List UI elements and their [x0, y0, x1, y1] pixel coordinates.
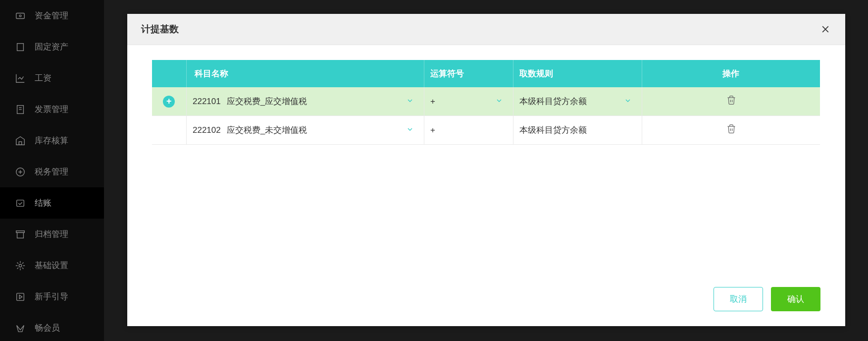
sidebar-item-guide[interactable]: 新手引导	[0, 281, 104, 312]
sidebar-item-assets[interactable]: 固定资产	[0, 31, 104, 62]
sidebar-label: 库存核算	[35, 135, 68, 146]
svg-rect-14	[17, 293, 24, 300]
settings-icon	[15, 260, 26, 271]
sidebar-label: 基础设置	[35, 260, 68, 271]
svg-marker-15	[19, 295, 22, 298]
operator-cell[interactable]: +	[424, 116, 513, 145]
sidebar-label: 发票管理	[35, 104, 68, 115]
invoice-icon	[15, 104, 26, 115]
guide-icon	[15, 291, 26, 302]
delete-icon[interactable]	[726, 126, 736, 136]
checkout-icon	[15, 198, 26, 209]
rule-text: 本级科目贷方余额	[519, 124, 587, 136]
add-cell	[152, 116, 187, 145]
col-rule: 取数规则	[513, 60, 642, 87]
svg-rect-2	[17, 43, 24, 51]
col-action: 操作	[642, 60, 820, 87]
sidebar-item-money[interactable]: 资金管理	[0, 0, 104, 31]
action-cell	[642, 116, 820, 145]
subject-text: 222102应交税费_未交增值税	[193, 124, 307, 136]
chevron-down-icon[interactable]	[624, 97, 632, 106]
building-icon	[15, 42, 26, 53]
modal-overlay: 计提基数 科目名称 运算符号 取数规则 操作 +222101应交税费_应交	[104, 0, 868, 341]
cancel-button[interactable]: 取消	[714, 287, 763, 311]
operator-text: +	[430, 125, 435, 135]
chevron-down-icon[interactable]	[495, 97, 503, 106]
chart-icon	[15, 73, 26, 84]
svg-point-1	[19, 15, 21, 17]
sidebar-item-settings[interactable]: 基础设置	[0, 250, 104, 281]
table-row: +222101应交税费_应交增值税+本级科目贷方余额	[152, 87, 820, 116]
sidebar-label: 资金管理	[35, 10, 68, 21]
sidebar-label: 归档管理	[35, 228, 68, 240]
svg-rect-12	[17, 232, 24, 238]
warehouse-icon	[15, 135, 26, 146]
sidebar-label: 税务管理	[35, 166, 68, 177]
table-row: 222102应交税费_未交增值税+本级科目贷方余额	[152, 116, 820, 145]
sidebar-item-archive[interactable]: 归档管理	[0, 219, 104, 250]
data-table: 科目名称 运算符号 取数规则 操作 +222101应交税费_应交增值税+本级科目…	[152, 60, 820, 145]
modal-header: 计提基数	[127, 14, 845, 45]
sidebar-label: 固定资产	[35, 41, 68, 53]
col-add	[152, 60, 187, 87]
rule-cell[interactable]: 本级科目贷方余额	[513, 116, 642, 145]
sidebar-label: 工资	[35, 72, 51, 84]
action-cell	[642, 87, 820, 116]
operator-cell[interactable]: +	[424, 87, 513, 116]
sidebar-item-invoice[interactable]: 发票管理	[0, 94, 104, 125]
subject-cell[interactable]: 222101应交税费_应交增值税	[187, 87, 424, 116]
modal-title: 计提基数	[141, 23, 179, 36]
rule-cell[interactable]: 本级科目贷方余额	[513, 87, 642, 116]
sidebar-item-inventory[interactable]: 库存核算	[0, 125, 104, 156]
svg-rect-8	[19, 141, 22, 144]
chevron-down-icon[interactable]	[406, 125, 414, 135]
sidebar-label: 畅会员	[35, 322, 60, 334]
sidebar-label: 新手引导	[35, 291, 68, 302]
sidebar-item-salary[interactable]: 工资	[0, 62, 104, 94]
svg-point-13	[19, 264, 22, 267]
operator-text: +	[430, 97, 435, 107]
confirm-button[interactable]: 确认	[771, 287, 820, 311]
sidebar-item-member[interactable]: 畅会员	[0, 312, 104, 341]
member-icon	[15, 323, 26, 334]
rule-text: 本级科目贷方余额	[519, 96, 587, 107]
svg-rect-10	[17, 200, 24, 206]
sidebar: 资金管理 固定资产 工资 发票管理 库存核算 税务管理 结账	[0, 0, 104, 341]
sidebar-item-tax[interactable]: 税务管理	[0, 156, 104, 187]
col-subject: 科目名称	[187, 60, 424, 87]
archive-icon	[15, 229, 26, 240]
subject-text: 222101应交税费_应交增值税	[193, 96, 307, 107]
sidebar-item-checkout[interactable]: 结账	[0, 187, 104, 219]
modal-footer: 取消 确认	[127, 277, 845, 326]
modal-body: 科目名称 运算符号 取数规则 操作 +222101应交税费_应交增值税+本级科目…	[127, 45, 845, 277]
money-icon	[15, 10, 26, 21]
modal-dialog: 计提基数 科目名称 运算符号 取数规则 操作 +222101应交税费_应交	[127, 14, 845, 326]
col-operator: 运算符号	[424, 60, 513, 87]
add-cell: +	[152, 87, 187, 116]
chevron-down-icon[interactable]	[406, 97, 414, 106]
tax-icon	[15, 167, 26, 177]
svg-rect-0	[16, 13, 25, 18]
add-row-button[interactable]: +	[163, 96, 175, 108]
delete-icon[interactable]	[726, 98, 736, 107]
close-icon[interactable]	[819, 23, 831, 35]
subject-cell[interactable]: 222102应交税费_未交增值税	[187, 116, 424, 145]
sidebar-label: 结账	[35, 197, 51, 209]
